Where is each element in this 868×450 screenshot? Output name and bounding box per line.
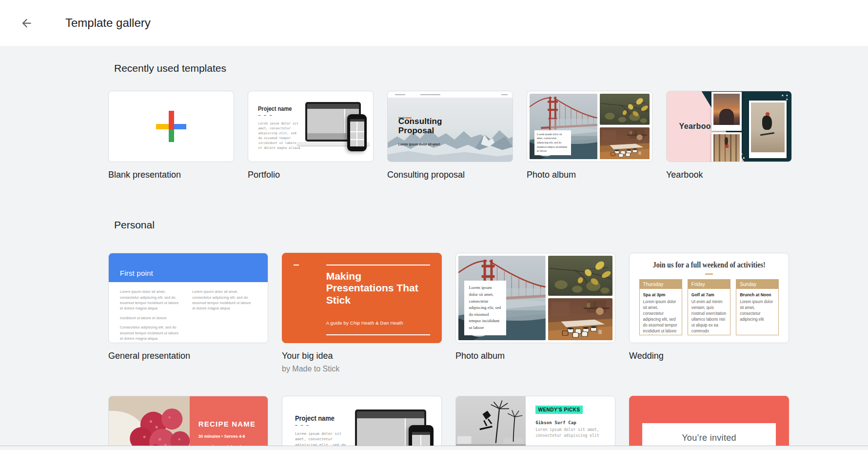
picks-panel: Wendy's Picks Gibson Surf Cap Loren ipsu… [526, 396, 615, 450]
template-item-consulting-proposal: Consulting Proposal Lorem ipsum dolor si… [387, 91, 513, 180]
section-heading-recently-used: Recently used templates [114, 62, 226, 74]
template-card-blank-presentation[interactable] [108, 91, 234, 162]
template-gallery-page: Template gallery Recently used templates… [0, 0, 868, 450]
template-item-wedding: Join us for a full weekend of activities… [629, 253, 789, 373]
template-item-recipe: RECIPE NAME 30 minutes • Serves 4-6 Lore… [108, 396, 268, 450]
polaroid-photo-handstand [711, 132, 741, 162]
template-author: by Made to Stick [282, 365, 442, 373]
template-item-photo-album: Lorem ipsum dolor sit amet, consectetur … [527, 91, 652, 180]
photo-caption: Lorem ipsum dolor sit amet, consectetur … [464, 281, 506, 335]
leaves-photo [548, 256, 612, 296]
template-label: Photo album [527, 170, 652, 180]
highlighted-title: Wendy's Picks [535, 406, 582, 414]
slide-text-column: Lorem ipsum dolor sit amet, consectetur … [192, 289, 254, 315]
template-item-lookbook: Wendy's Picks Gibson Surf Cap Loren ipsu… [455, 396, 615, 450]
raspberries-photo [109, 396, 190, 450]
google-plus-icon [156, 111, 186, 142]
template-item-portfolio: Project name – – – Lorem ipsum dolor sit… [248, 91, 374, 180]
template-label: Wedding [629, 351, 789, 361]
template-card-invitation[interactable]: You’re invited [629, 396, 789, 450]
gallery-content: Recently used templates Blank presentati… [0, 46, 868, 450]
template-item-your-big-idea: Making Presentations That Stick A guide … [282, 253, 442, 373]
portfolio-text-block: Project name – – – Lorem ipsum dolor sit… [295, 414, 349, 450]
skateboarder-photo [456, 396, 526, 450]
more-templates-row: RECIPE NAME 30 minutes • Serves 4-6 Lore… [108, 396, 789, 450]
portfolio-text-block: Project name – – – Lorem ipsum dolor sit… [258, 105, 300, 150]
template-item-portfolio-2: Project name – – – Lorem ipsum dolor sit… [282, 396, 442, 450]
recipe-panel: RECIPE NAME 30 minutes • Serves 4-6 Lore… [190, 396, 268, 450]
template-card-photo-album-personal[interactable]: Lorem ipsum dolor sit amet, consectetur … [455, 253, 615, 343]
phone-illustration [347, 114, 367, 152]
slide-header-band: First point [109, 253, 268, 282]
template-label: Portfolio [248, 170, 374, 180]
template-card-portfolio[interactable]: Project name – – – Lorem ipsum dolor sit… [248, 91, 374, 162]
template-card-yearbook[interactable]: Yearbook ▲▲▲▲▲▲▲▲▲ ▲▲▲ [666, 91, 792, 162]
template-card-wedding[interactable]: Join us for a full weekend of activities… [629, 253, 789, 343]
template-item-photo-album-personal: Lorem ipsum dolor sit amet, consectetur … [455, 253, 615, 373]
bridge-photo: Lorem ipsum dolor sit amet, consectetur … [530, 94, 597, 159]
template-card-recipe[interactable]: RECIPE NAME 30 minutes • Serves 4-6 Lore… [108, 396, 268, 450]
back-button[interactable] [16, 12, 37, 34]
template-item-invitation: You’re invited [629, 396, 789, 450]
laptop-illustration [301, 102, 366, 145]
leaves-photo [600, 94, 650, 125]
slide-title: Consulting Proposal [398, 117, 476, 136]
cafe-photo [548, 298, 612, 340]
template-label: Photo album [455, 351, 615, 361]
polaroid-photo-sunset [711, 92, 741, 130]
personal-row: First point Lorem ipsum dolor sit amet, … [108, 253, 789, 373]
recently-used-row: Blank presentation Project name – – – Lo… [108, 91, 792, 180]
template-label: Your big idea [282, 351, 442, 361]
wedding-day-column: Sunday Brunch at Noon Lorem ipsum dolor … [736, 279, 779, 335]
page-title: Template gallery [65, 16, 151, 30]
template-card-general-presentation[interactable]: First point Lorem ipsum dolor sit amet, … [108, 253, 268, 343]
template-card-consulting-proposal[interactable]: Consulting Proposal Lorem ipsum dolor si… [387, 91, 513, 162]
section-heading-personal: Personal [114, 219, 155, 231]
template-card-lookbook[interactable]: Wendy's Picks Gibson Surf Cap Loren ipsu… [455, 396, 615, 450]
cafe-photo [600, 127, 650, 159]
yearbook-title: Yearbook [679, 122, 715, 131]
photo-caption: Lorem ipsum dolor sit amet, consectetur … [534, 130, 571, 155]
template-card-portfolio-2[interactable]: Project name – – – Lorem ipsum dolor sit… [282, 396, 442, 450]
wedding-day-column: Friday Golf at 7am Ut enim ad minim veni… [688, 279, 730, 335]
bridge-photo: Lorem ipsum dolor sit amet, consectetur … [458, 256, 546, 340]
template-item-yearbook: Yearbook ▲▲▲▲▲▲▲▲▲ ▲▲▲ Yearbook [666, 91, 792, 180]
slide-title: Making Presentations That Stick [326, 270, 431, 307]
slide-subtitle: A guide by Chip Heath & Dan Heath [326, 320, 403, 326]
laptop-illustration [349, 409, 432, 450]
invitation-title: You’re invited [642, 433, 776, 443]
template-label: Yearbook [666, 170, 792, 180]
slide-title: Join us for a full weekend of activities… [630, 261, 789, 269]
template-card-your-big-idea[interactable]: Making Presentations That Stick A guide … [282, 253, 442, 343]
slide-top-bar [388, 91, 513, 98]
template-label: Blank presentation [108, 170, 234, 180]
polaroid-photo-skater [749, 101, 787, 158]
horizontal-scrollbar[interactable] [0, 446, 868, 450]
template-item-general-presentation: First point Lorem ipsum dolor sit amet, … [108, 253, 268, 373]
template-label: Consulting proposal [387, 170, 513, 180]
slide-subtitle: Lorem ipsum dolor sit amet. [398, 143, 441, 146]
app-header: Template gallery [0, 0, 868, 46]
template-label: General presentation [108, 351, 268, 361]
slide-text-column: Lorem ipsum dolor sit amet, consectetur … [120, 289, 181, 343]
template-card-photo-album[interactable]: Lorem ipsum dolor sit amet, consectetur … [527, 91, 652, 162]
wedding-day-column: Thursday Spa at 3pm Lorem ipsum dolor si… [639, 279, 682, 335]
arrow-left-icon [20, 17, 33, 30]
template-item-blank-presentation: Blank presentation [108, 91, 234, 180]
